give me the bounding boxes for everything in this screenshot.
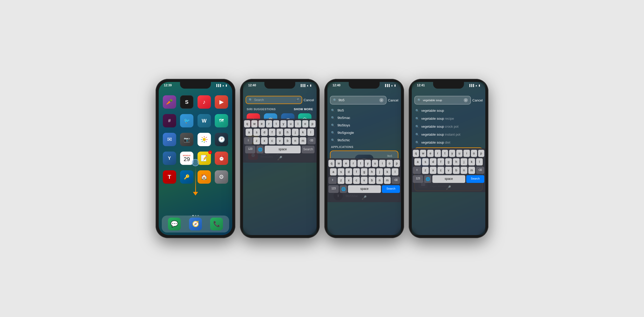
kb-b-3[interactable]: b [369, 177, 375, 184]
kb-e-3[interactable]: e [343, 160, 349, 167]
suggestion-vs-4[interactable]: 🔍 vegetable soup instant pot [412, 130, 485, 138]
kb-shift-4[interactable]: ⇧ [413, 167, 421, 174]
kb-t-3[interactable]: t [357, 160, 364, 167]
suggestion-9to5google[interactable]: 🔍 9to5google [327, 129, 401, 136]
search-bar-3[interactable]: 🔍 9to5 ✕ [330, 96, 387, 105]
kb-space[interactable]: space [265, 146, 301, 153]
kb-shift[interactable]: ⇧ [244, 137, 252, 144]
kb-b-4[interactable]: b [453, 167, 460, 174]
kb-space-4[interactable]: space [432, 175, 465, 183]
clear-icon-3[interactable]: ✕ [379, 98, 383, 102]
kb-r-3[interactable]: r [350, 160, 356, 167]
kb-f-4[interactable]: f [437, 158, 444, 165]
kb-v-3[interactable]: v [361, 177, 368, 184]
kb-p[interactable]: p [309, 120, 316, 127]
kb-a-3[interactable]: a [330, 168, 337, 175]
suggestion-9to5mac[interactable]: 🔍 9to5mac [327, 114, 401, 122]
kb-h-3[interactable]: h [369, 168, 375, 175]
kb-n-4[interactable]: n [461, 167, 467, 174]
suggestion-vs-3[interactable]: 🔍 vegetable soup crock pot [412, 123, 485, 130]
kb-search-btn-2[interactable]: Search [302, 146, 315, 153]
kb-m-4[interactable]: m [468, 167, 475, 174]
suggestion-9to5[interactable]: 🔍 9to5 [327, 107, 401, 114]
kb-q-3[interactable]: q [328, 160, 335, 167]
kb-del-3[interactable]: ⌫ [392, 177, 400, 184]
kb-t-4[interactable]: t [442, 150, 448, 157]
search-bar-4[interactable]: 🔍 vegetable soup ✕ [414, 96, 471, 105]
kb-u-3[interactable]: u [372, 160, 378, 167]
kb-y[interactable]: y [280, 120, 287, 127]
kb-o[interactable]: o [302, 120, 308, 127]
kb-w-3[interactable]: w [336, 160, 342, 167]
kb-d-4[interactable]: d [430, 158, 436, 165]
kb-x[interactable]: x [261, 137, 268, 144]
kb-j-3[interactable]: j [376, 168, 383, 175]
kb-u-4[interactable]: u [456, 150, 462, 157]
kb-mic-2[interactable]: 🎤 [244, 155, 316, 161]
kb-d[interactable]: d [261, 129, 268, 136]
kb-d-3[interactable]: d [345, 168, 352, 175]
kb-r-4[interactable]: r [435, 150, 441, 157]
kb-j-4[interactable]: j [461, 158, 467, 165]
kb-b[interactable]: b [284, 137, 291, 144]
clear-icon-4[interactable]: ✕ [464, 98, 468, 102]
kb-i[interactable]: i [295, 120, 301, 127]
dock-messages[interactable]: 💬 [168, 218, 181, 230]
kb-s[interactable]: s [253, 129, 260, 136]
cancel-btn-3[interactable]: Cancel [388, 98, 398, 102]
kb-v-4[interactable]: v [445, 167, 452, 174]
kb-k-3[interactable]: k [384, 168, 391, 175]
kb-i-3[interactable]: i [379, 160, 385, 167]
kb-z-4[interactable]: z [422, 167, 429, 174]
kb-i-4[interactable]: i [463, 150, 470, 157]
kb-space-3[interactable]: space [348, 185, 381, 193]
kb-e[interactable]: e [258, 120, 265, 127]
dock-phone[interactable]: 📞 [210, 218, 223, 230]
kb-f-3[interactable]: f [353, 168, 360, 175]
kb-mic-3[interactable]: 🎤 [328, 194, 400, 201]
kb-del[interactable]: ⌫ [307, 137, 316, 144]
kb-del-4[interactable]: ⌫ [476, 167, 484, 174]
suggestion-vs-1[interactable]: 🔍 vegetable soup [412, 107, 485, 115]
kb-f[interactable]: f [269, 129, 275, 136]
kb-m-3[interactable]: m [384, 177, 391, 184]
show-more-2[interactable]: Show More [294, 108, 313, 111]
kb-s-3[interactable]: s [338, 168, 344, 175]
kb-c-4[interactable]: c [437, 167, 444, 174]
kb-e-4[interactable]: e [427, 150, 433, 157]
kb-o-4[interactable]: o [471, 150, 477, 157]
kb-v[interactable]: v [276, 137, 283, 144]
kb-y-4[interactable]: y [449, 150, 455, 157]
suggestion-vs-2[interactable]: 🔍 vegetable soup recipe [412, 115, 485, 123]
cancel-btn-4[interactable]: Cancel [472, 98, 483, 102]
kb-globe-3[interactable]: 🌐 [340, 185, 347, 193]
kb-g[interactable]: g [276, 129, 283, 136]
suggestion-9to5chic[interactable]: 🔍 9to5chic [327, 136, 401, 144]
kb-p-4[interactable]: p [478, 150, 484, 157]
kb-j[interactable]: j [292, 129, 299, 136]
kb-123-3[interactable]: 123 [328, 185, 339, 193]
kb-u[interactable]: u [288, 120, 294, 127]
kb-shift-3[interactable]: ⇧ [328, 177, 337, 184]
kb-search-btn-3[interactable]: Search [382, 185, 400, 193]
kb-m[interactable]: m [300, 137, 306, 144]
kb-l[interactable]: l [307, 129, 314, 136]
kb-a[interactable]: a [246, 129, 252, 136]
suggestion-9to5toys[interactable]: 🔍 9to5toys [327, 122, 401, 129]
kb-z[interactable]: z [253, 137, 260, 144]
kb-q[interactable]: q [244, 120, 250, 127]
kb-r[interactable]: r [266, 120, 272, 127]
kb-x-3[interactable]: x [345, 177, 352, 184]
kb-o-3[interactable]: o [387, 160, 393, 167]
kb-a-4[interactable]: a [414, 158, 421, 165]
kb-g-4[interactable]: g [445, 158, 452, 165]
kb-n[interactable]: n [292, 137, 299, 144]
kb-g-3[interactable]: g [361, 168, 368, 175]
kb-123-4[interactable]: 123 [413, 175, 423, 183]
kb-y-3[interactable]: y [365, 160, 371, 167]
kb-p-3[interactable]: p [394, 160, 400, 167]
cancel-btn-2[interactable]: Cancel [304, 98, 314, 102]
kb-s-4[interactable]: s [422, 158, 429, 165]
kb-k[interactable]: k [300, 129, 306, 136]
search-bar-2[interactable]: 🔍 Search 🎤 [246, 96, 302, 104]
